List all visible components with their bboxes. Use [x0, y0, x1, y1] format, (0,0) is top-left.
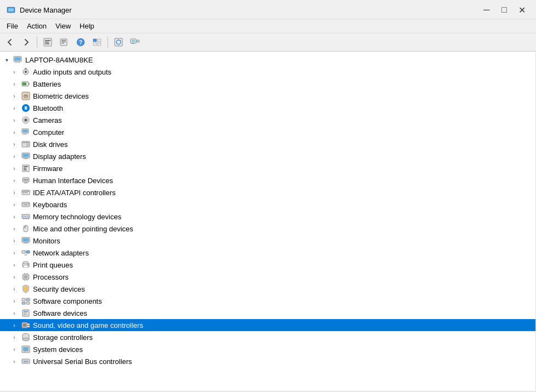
tree-item-network[interactable]: › Network adapters	[0, 247, 535, 259]
item-label: Memory technology devices	[33, 213, 121, 221]
svg-rect-116	[27, 323, 30, 325]
svg-rect-23	[137, 41, 139, 42]
app-icon	[7, 5, 15, 14]
software-devices-icon	[21, 308, 31, 318]
svg-point-58	[25, 179, 27, 181]
tree-item-display[interactable]: › Display adapters	[0, 150, 535, 162]
print-icon	[21, 260, 31, 270]
svg-rect-77	[23, 218, 24, 219]
camera-icon	[21, 115, 31, 125]
tree-item-mice[interactable]: › Mice and other pointing devices	[0, 223, 535, 235]
svg-rect-74	[29, 204, 30, 206]
item-label: Disk drives	[33, 140, 68, 149]
svg-rect-124	[23, 347, 29, 351]
svg-rect-129	[26, 361, 27, 362]
item-label: Keyboards	[33, 201, 67, 209]
help-icon: ?	[76, 38, 85, 47]
item-chevron: ›	[10, 321, 19, 329]
tree-item-biometric[interactable]: › Biometric devices	[0, 90, 535, 102]
item-chevron: ›	[10, 140, 19, 149]
tree-item-sound[interactable]: › Sound, video and game controllers	[0, 319, 535, 331]
svg-rect-21	[132, 43, 134, 44]
svg-rect-127	[23, 360, 29, 362]
tree-root[interactable]: ▾ LAPTOP-8A4MU8KE	[0, 54, 535, 66]
svg-rect-63	[23, 192, 24, 193]
item-chevron: ›	[10, 260, 19, 269]
svg-rect-109	[26, 302, 30, 304]
back-icon	[5, 38, 14, 47]
item-chevron: ›	[10, 212, 19, 221]
computer-category-icon	[21, 127, 31, 137]
item-label: Security devices	[33, 285, 85, 293]
item-label: IDE ATA/ATAPI controllers	[33, 189, 116, 197]
tree-item-bluetooth[interactable]: › Bluetooth	[0, 102, 535, 114]
properties-button[interactable]	[40, 35, 55, 49]
svg-rect-97	[24, 275, 27, 279]
item-label: Human Interface Devices	[33, 177, 113, 185]
maximize-button[interactable]: □	[496, 4, 512, 15]
toolbar-separator-1	[37, 37, 37, 48]
item-label: Audio inputs and outputs	[33, 68, 111, 76]
tree-item-audio[interactable]: › Audio inputs and outputs	[0, 66, 535, 78]
tree-item-ide[interactable]: › IDE ATA/ATAPI controllers	[0, 186, 535, 198]
svg-rect-46	[22, 142, 29, 143]
svg-rect-43	[24, 133, 26, 134]
svg-rect-128	[24, 361, 25, 362]
forward-button[interactable]	[19, 35, 34, 49]
tree-item-print[interactable]: › Print queues	[0, 259, 535, 271]
hid-icon	[21, 175, 31, 185]
title-bar: Device Manager ─ □ ✕	[0, 0, 536, 19]
tree-item-cameras[interactable]: › Cameras	[0, 114, 535, 126]
tree-item-usb[interactable]: › Universal Serial Bus controllers	[0, 355, 535, 367]
tree-item-storage[interactable]: › Storage controllers	[0, 331, 535, 343]
svg-rect-33	[22, 83, 26, 86]
tree-item-computer[interactable]: › Computer	[0, 126, 535, 138]
menu-file[interactable]: File	[2, 20, 22, 32]
properties-icon	[43, 38, 52, 47]
svg-rect-14	[98, 39, 101, 42]
menu-view[interactable]: View	[51, 20, 75, 32]
tree-item-keyboards[interactable]: › Keyboards	[0, 198, 535, 211]
item-label: Biometric devices	[33, 92, 89, 100]
svg-rect-7	[60, 39, 67, 46]
help-button[interactable]: ?	[73, 35, 88, 49]
view-button[interactable]	[89, 35, 105, 49]
svg-rect-89	[26, 251, 30, 253]
svg-point-120	[22, 338, 29, 341]
view-icon	[93, 38, 101, 47]
menu-help[interactable]: Help	[75, 20, 99, 32]
back-button[interactable]	[2, 35, 18, 49]
tree-item-batteries[interactable]: › Batteries	[0, 78, 535, 90]
tree-item-software-components[interactable]: › Software components	[0, 295, 535, 307]
tree-item-processors[interactable]: › Processors	[0, 271, 535, 283]
tree-item-disk[interactable]: › Disk drives	[0, 138, 535, 150]
tree-item-system[interactable]: › System devices	[0, 343, 535, 355]
tree-item-firmware[interactable]: › Firmware	[0, 162, 535, 174]
svg-rect-111	[24, 311, 28, 312]
svg-rect-17	[115, 38, 122, 46]
menu-action[interactable]: Action	[22, 20, 51, 32]
tree-item-monitors[interactable]: › Monitors	[0, 235, 535, 247]
tree-panel[interactable]: ▾ LAPTOP-8A4MU8KE ›	[0, 52, 536, 391]
tree-item-security[interactable]: › Security devices	[0, 283, 535, 295]
mouse-icon	[21, 224, 31, 234]
svg-rect-94	[24, 265, 28, 268]
tree-item-hid[interactable]: › Human Interface Devices	[0, 174, 535, 186]
svg-rect-60	[24, 182, 27, 183]
tree-item-memory[interactable]: › Memory technology devices	[0, 211, 535, 223]
item-label: Display adapters	[33, 152, 86, 161]
item-label: Storage controllers	[33, 333, 93, 342]
svg-rect-113	[24, 314, 26, 315]
svg-text:?: ?	[79, 39, 82, 46]
svg-rect-10	[61, 43, 64, 43]
svg-rect-79	[26, 218, 27, 219]
minimize-button[interactable]: ─	[479, 4, 494, 15]
title-bar-controls: ─ □ ✕	[479, 4, 529, 15]
svg-rect-93	[24, 262, 28, 264]
tree-item-software-devices[interactable]: › Software devices	[0, 307, 535, 319]
refresh-button[interactable]	[111, 35, 126, 49]
close-button[interactable]: ✕	[514, 4, 529, 15]
svg-point-40	[25, 119, 27, 121]
remote-button[interactable]	[127, 35, 143, 49]
update-button[interactable]	[57, 35, 72, 49]
